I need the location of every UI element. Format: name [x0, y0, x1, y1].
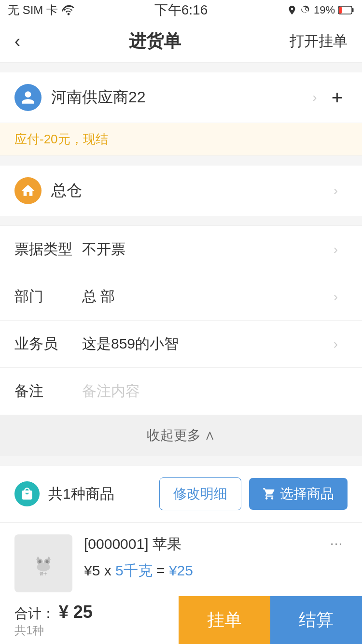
status-time: 下午6:16: [154, 1, 208, 19]
department-row[interactable]: 部门 总 部 ›: [0, 273, 362, 320]
status-bar: 无 SIM 卡 下午6:16 19%: [0, 0, 362, 20]
wifi-icon: [62, 5, 75, 15]
edit-detail-button[interactable]: 修改明细: [159, 477, 241, 510]
equals: =: [156, 562, 169, 578]
svg-point-6: [46, 560, 49, 563]
status-right: 19%: [287, 4, 354, 16]
salesperson-row[interactable]: 业务员 这是859的小智 ›: [0, 320, 362, 367]
battery-icon: [338, 6, 354, 14]
select-product-label: 选择商品: [280, 485, 334, 503]
checkout-button[interactable]: 结算: [270, 596, 362, 644]
note-row[interactable]: 备注 备注内容: [0, 367, 362, 415]
open-pending-button[interactable]: 打开挂单: [290, 31, 348, 51]
ticket-type-label: 票据类型: [14, 239, 82, 259]
unit-price: ¥5 x: [84, 562, 115, 578]
product-header: 共1种商品 修改明细 选择商品: [0, 466, 362, 522]
department-label: 部门: [14, 287, 82, 307]
bottom-bar: 合计： ¥ 25 共1种 挂单 结算: [0, 596, 362, 644]
department-value: 总 部: [82, 287, 334, 307]
warehouse-icon: [14, 177, 42, 204]
section-gap-4: [0, 456, 362, 466]
svg-rect-2: [339, 7, 342, 14]
product-title: 苹果: [153, 536, 181, 552]
product-price: ¥5 x 5千克 = ¥25: [84, 561, 325, 581]
warehouse-name: 总仓: [51, 180, 334, 201]
supplier-row[interactable]: 河南供应商22 › +: [0, 72, 362, 123]
salesperson-chevron: ›: [334, 336, 338, 352]
warehouse-row[interactable]: 总仓 ›: [0, 166, 362, 216]
back-button[interactable]: ‹: [14, 31, 20, 52]
ticket-type-chevron: ›: [334, 242, 338, 257]
form-section: 票据类型 不开票 › 部门 总 部 › 业务员 这是859的小智 › 备注 备注…: [0, 225, 362, 415]
section-gap-3: [0, 216, 362, 225]
battery-text: 19%: [314, 4, 335, 16]
location-icon: [287, 5, 297, 15]
product-info: [0000001] 苹果 ¥5 x 5千克 = ¥25: [84, 534, 325, 581]
select-product-button[interactable]: 选择商品: [249, 478, 348, 510]
total-section: 合计： ¥ 25 共1种: [0, 596, 179, 644]
status-carrier: 无 SIM 卡: [8, 2, 75, 18]
total-label: 合计：: [14, 606, 55, 621]
ticket-type-row[interactable]: 票据类型 不开票 ›: [0, 225, 362, 273]
svg-rect-1: [352, 8, 354, 12]
nav-bar: ‹ 进货单 打开挂单: [0, 20, 362, 63]
salesperson-label: 业务员: [14, 334, 82, 354]
person-icon: [20, 90, 36, 105]
supplier-avatar: [14, 84, 42, 111]
warehouse-section: 总仓 ›: [0, 166, 362, 216]
add-supplier-button[interactable]: +: [327, 87, 348, 109]
shopping-bag-icon: [20, 487, 34, 501]
product-name: [0000001] 苹果: [84, 534, 325, 554]
product-count-icon: [14, 481, 40, 506]
product-menu-button[interactable]: ···: [325, 534, 348, 552]
total-price: ¥25: [169, 562, 193, 578]
total-line: 合计： ¥ 25: [14, 602, 164, 623]
salesperson-value: 这是859的小智: [82, 334, 334, 354]
department-chevron: ›: [334, 289, 338, 305]
supplier-chevron: ›: [312, 90, 317, 105]
note-label: 备注: [14, 381, 82, 401]
home-icon: [20, 183, 36, 198]
warehouse-chevron: ›: [334, 183, 338, 198]
supplier-name: 河南供应商22: [51, 87, 312, 108]
note-placeholder: 备注内容: [82, 381, 348, 401]
alarm-icon: [300, 5, 311, 15]
svg-point-5: [39, 560, 42, 563]
section-gap-2: [0, 156, 362, 166]
hang-order-button[interactable]: 挂单: [179, 596, 270, 644]
section-gap-1: [0, 63, 362, 72]
product-section: 共1种商品 修改明细 选择商品 督十 [000: [0, 466, 362, 604]
notice-bar: 应付-20元，现结: [0, 123, 362, 156]
total-count: 共1种: [14, 623, 164, 638]
product-item: 督十 [0000001] 苹果 ¥5 x 5千克 = ¥25 ···: [0, 522, 362, 604]
svg-text:督十: 督十: [40, 572, 47, 576]
product-thumbnail: 督十: [14, 534, 72, 592]
svg-point-7: [37, 563, 50, 572]
product-code: [0000001]: [84, 536, 153, 552]
supplier-section: 河南供应商22 › + 应付-20元，现结: [0, 72, 362, 156]
cart-icon: [263, 487, 276, 501]
collapse-button[interactable]: 收起更多 ∧: [0, 415, 362, 456]
total-amount: ¥ 25: [59, 602, 93, 622]
carrier-text: 无 SIM 卡: [8, 2, 58, 18]
ticket-type-value: 不开票: [82, 239, 334, 259]
product-thumb-icon: 督十: [29, 549, 58, 578]
page-title: 进货单: [129, 29, 181, 53]
product-count-text: 共1种商品: [48, 484, 159, 504]
quantity: 5千克: [115, 562, 153, 578]
